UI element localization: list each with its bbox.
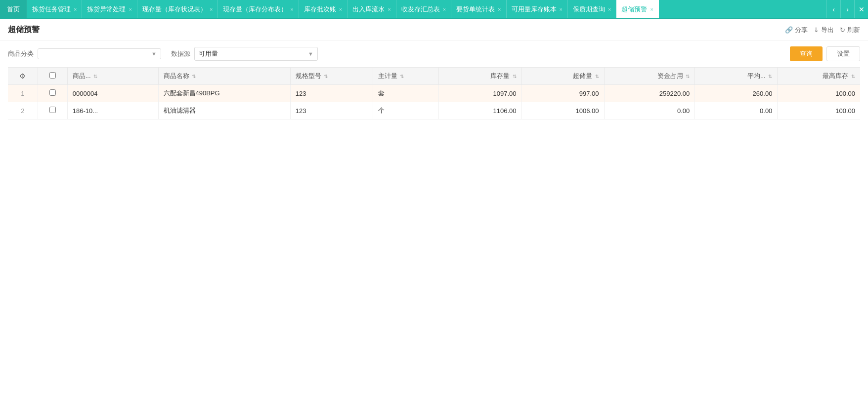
tab-close-icon[interactable]: × — [388, 6, 391, 12]
col-header-stock[interactable]: 库存量 ⇅ — [439, 68, 521, 85]
refresh-button[interactable]: ↻ 刷新 — [840, 26, 860, 35]
col-header-capital[interactable]: 资金占用 ⇅ — [604, 68, 695, 85]
nav-tab[interactable]: 要货单统计表× — [451, 0, 506, 18]
row-max: 100.00 — [778, 85, 860, 102]
row-avg: 260.00 — [695, 85, 778, 102]
row-over: 997.00 — [521, 85, 604, 102]
nav-tab[interactable]: 可用量库存账本× — [507, 0, 568, 18]
col-header-avg[interactable]: 平均... ⇅ — [695, 68, 778, 85]
col-header-max[interactable]: 最高库存 ⇅ — [778, 68, 860, 85]
nav-arrow-right[interactable]: › — [840, 0, 854, 18]
tab-close-icon[interactable]: × — [650, 6, 653, 12]
row-unit: 套 — [373, 85, 439, 102]
page-title: 超储预警 — [8, 25, 40, 35]
settings-button[interactable]: 设置 — [826, 46, 860, 61]
tab-close-icon[interactable]: × — [339, 6, 342, 12]
refresh-icon: ↻ — [840, 26, 845, 34]
tab-close-icon[interactable]: × — [290, 6, 293, 12]
col-header-code[interactable]: 商品... ⇅ — [67, 68, 158, 85]
row-over: 1006.00 — [521, 102, 604, 119]
sort-icon-capital: ⇅ — [686, 74, 690, 79]
filter-row: 商品分类 ▼ 数据源 可用量 ▼ 查询 设置 — [0, 40, 868, 67]
col-header-unit[interactable]: 主计量 ⇅ — [373, 68, 439, 85]
col-header-check — [38, 68, 67, 85]
row-name: 机油滤清器 — [158, 102, 290, 119]
sort-icon-spec: ⇅ — [324, 74, 328, 79]
row-checkbox-cell[interactable] — [38, 102, 67, 119]
tab-close-icon[interactable]: × — [210, 6, 213, 12]
row-number: 2 — [8, 102, 38, 119]
tab-close-icon[interactable]: × — [498, 6, 501, 12]
filter-datasource-group: 数据源 可用量 ▼ — [171, 47, 318, 61]
row-code: 0000004 — [67, 85, 158, 102]
sort-icon-over: ⇅ — [595, 74, 599, 79]
filter-category-group: 商品分类 ▼ — [8, 48, 161, 59]
share-button[interactable]: 🔗 分享 — [785, 26, 808, 35]
col-header-over[interactable]: 超储量 ⇅ — [521, 68, 604, 85]
table-row: 2 186-10... 机油滤清器 123 个 1106.00 1006.00 … — [8, 102, 860, 119]
nav-tabs: 拣货任务管理×拣货异常处理×现存量（库存状况表）×现存量（库存分布表）×库存批次… — [27, 0, 826, 18]
tab-close-icon[interactable]: × — [129, 6, 131, 12]
chevron-down-icon: ▼ — [151, 51, 157, 57]
nav-tab[interactable]: 现存量（库存状况表）× — [137, 0, 218, 18]
row-checkbox-cell[interactable] — [38, 85, 67, 102]
row-unit: 个 — [373, 102, 439, 119]
query-button[interactable]: 查询 — [790, 46, 823, 61]
page-content: 超储预警 🔗 分享 ⇓ 导出 ↻ 刷新 商品分类 ▼ 数据源 — [0, 19, 868, 395]
col-header-settings[interactable]: ⚙ — [8, 68, 38, 85]
nav-tab[interactable]: 收发存汇总表× — [396, 0, 451, 18]
export-icon: ⇓ — [814, 26, 819, 34]
row-name: 六配套新昌490BPG — [158, 85, 290, 102]
share-icon: 🔗 — [785, 26, 793, 34]
datasource-select[interactable]: 可用量 ▼ — [194, 47, 318, 61]
row-spec: 123 — [290, 102, 373, 119]
filter-buttons: 查询 设置 — [790, 46, 860, 61]
table-container: ⚙ 商品... ⇅ 商品名称 ⇅ 规格型号 ⇅ — [0, 67, 868, 119]
nav-tab[interactable]: 拣货任务管理× — [27, 0, 82, 18]
row-stock: 1097.00 — [439, 85, 521, 102]
col-header-spec[interactable]: 规格型号 ⇅ — [290, 68, 373, 85]
nav-arrow-close[interactable]: ✕ — [854, 0, 868, 18]
nav-home[interactable]: 首页 — [0, 0, 27, 18]
nav-tab[interactable]: 超储预警× — [616, 0, 658, 18]
row-checkbox[interactable] — [49, 107, 56, 113]
nav-tab[interactable]: 库存批次账× — [299, 0, 347, 18]
sort-icon-unit: ⇅ — [400, 74, 404, 79]
select-all-checkbox[interactable] — [49, 72, 56, 79]
filter-datasource-label: 数据源 — [171, 49, 190, 58]
export-button[interactable]: ⇓ 导出 — [814, 26, 834, 35]
row-max: 100.00 — [778, 102, 860, 119]
nav-tab[interactable]: 保质期查询× — [568, 0, 616, 18]
top-nav: 首页 拣货任务管理×拣货异常处理×现存量（库存状况表）×现存量（库存分布表）×库… — [0, 0, 868, 19]
col-header-name[interactable]: 商品名称 ⇅ — [158, 68, 290, 85]
main-table: ⚙ 商品... ⇅ 商品名称 ⇅ 规格型号 ⇅ — [8, 67, 860, 119]
filter-category-label: 商品分类 — [8, 49, 34, 58]
tab-close-icon[interactable]: × — [443, 6, 446, 12]
nav-tab[interactable]: 拣货异常处理× — [82, 0, 137, 18]
chevron-down-icon2: ▼ — [308, 51, 313, 57]
tab-close-icon[interactable]: × — [608, 6, 611, 12]
category-select[interactable]: ▼ — [38, 48, 161, 59]
row-capital: 259220.00 — [604, 85, 695, 102]
row-code: 186-10... — [67, 102, 158, 119]
row-spec: 123 — [290, 85, 373, 102]
tab-close-icon[interactable]: × — [74, 6, 77, 12]
sort-icon-stock: ⇅ — [513, 74, 517, 79]
nav-arrows: ‹ › ✕ — [826, 0, 868, 18]
header-actions: 🔗 分享 ⇓ 导出 ↻ 刷新 — [785, 26, 860, 35]
sort-icon-name: ⇅ — [192, 74, 196, 79]
sort-icon-code: ⇅ — [93, 74, 97, 79]
sort-icon-avg: ⇅ — [768, 74, 772, 79]
sort-icon-max: ⇅ — [851, 74, 855, 79]
gear-icon[interactable]: ⚙ — [19, 72, 26, 80]
row-checkbox[interactable] — [49, 89, 56, 96]
nav-tab[interactable]: 现存量（库存分布表）× — [218, 0, 299, 18]
nav-arrow-left[interactable]: ‹ — [826, 0, 840, 18]
page-header: 超储预警 🔗 分享 ⇓ 导出 ↻ 刷新 — [0, 19, 868, 40]
nav-tab[interactable]: 出入库流水× — [347, 0, 396, 18]
row-stock: 1106.00 — [439, 102, 521, 119]
row-number: 1 — [8, 85, 38, 102]
table-header-row: ⚙ 商品... ⇅ 商品名称 ⇅ 规格型号 ⇅ — [8, 68, 860, 85]
tab-close-icon[interactable]: × — [560, 6, 563, 12]
row-avg: 0.00 — [695, 102, 778, 119]
